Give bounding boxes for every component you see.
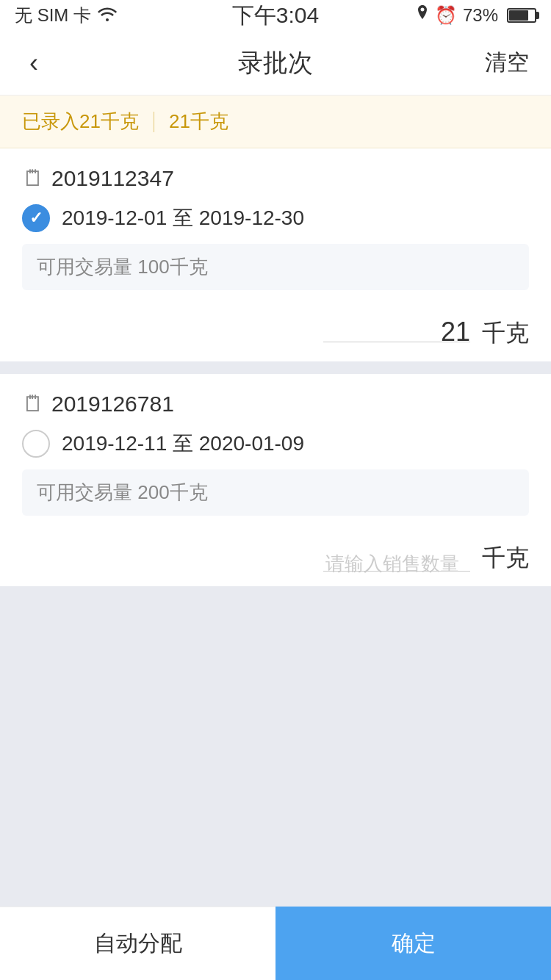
wifi-icon — [97, 5, 118, 26]
status-bar-right: ⏰ 73% — [416, 5, 536, 26]
main-content: 已录入21千克 21千克 🗒 2019112347 2019-12-01 至 2… — [0, 96, 551, 907]
batch-1-date-row: 2019-12-01 至 2019-12-30 — [0, 198, 551, 238]
batch-1-quantity-row: 21 千克 — [0, 305, 551, 362]
info-banner: 已录入21千克 21千克 — [0, 96, 551, 148]
batch-1-quantity-value: 21 — [441, 317, 470, 347]
battery-percent: 73% — [463, 5, 498, 26]
batch-2-input-container — [323, 546, 470, 572]
batch-2-radio[interactable] — [22, 430, 50, 458]
batch-2-input-row: 千克 — [0, 530, 551, 586]
batch-1-id: 2019112347 — [51, 166, 174, 191]
confirm-button[interactable]: 确定 — [276, 907, 551, 980]
recorded-label: 已录入21千克 — [22, 109, 139, 134]
status-bar: 无 SIM 卡 下午3:04 ⏰ 73% — [0, 0, 551, 31]
batch-1-header: 🗒 2019112347 — [0, 148, 551, 198]
alarm-icon: ⏰ — [435, 5, 457, 26]
batch-card-1: 🗒 2019112347 2019-12-01 至 2019-12-30 可用交… — [0, 148, 551, 362]
batch-2-id: 2019126781 — [51, 392, 174, 417]
batch-card-2: 🗒 2019126781 2019-12-11 至 2020-01-09 可用交… — [0, 374, 551, 586]
batch-2-icon: 🗒 — [22, 392, 44, 417]
nav-bar: ‹ 录批次 清空 — [0, 31, 551, 96]
batch-2-available: 可用交易量 200千克 — [22, 469, 529, 516]
sim-label: 无 SIM 卡 — [15, 4, 91, 27]
batch-2-date: 2019-12-11 至 2020-01-09 — [62, 430, 304, 458]
clear-button[interactable]: 清空 — [485, 48, 529, 78]
info-divider — [154, 112, 154, 132]
back-button[interactable]: ‹ — [22, 40, 46, 86]
batch-2-date-row: 2019-12-11 至 2020-01-09 — [0, 424, 551, 464]
status-bar-left: 无 SIM 卡 — [15, 4, 118, 27]
batch-2-header: 🗒 2019126781 — [0, 374, 551, 424]
section-divider-2 — [0, 586, 551, 598]
status-bar-time: 下午3:04 — [232, 1, 319, 31]
batch-1-unit: 千克 — [482, 317, 529, 350]
batch-1-available: 可用交易量 100千克 — [22, 244, 529, 290]
batch-1-underline — [323, 342, 470, 342]
recorded-value: 21千克 — [169, 109, 228, 134]
batch-1-radio[interactable] — [22, 204, 50, 232]
empty-area — [0, 598, 551, 907]
batch-1-input-container: 21 — [323, 317, 470, 342]
batch-2-underline — [323, 571, 470, 572]
location-icon — [416, 5, 429, 26]
auto-distribute-button[interactable]: 自动分配 — [0, 907, 276, 980]
batch-1-icon: 🗒 — [22, 166, 44, 191]
bottom-buttons: 自动分配 确定 — [0, 907, 551, 980]
batch-1-date: 2019-12-01 至 2019-12-30 — [62, 204, 304, 232]
batch-2-quantity-input[interactable] — [323, 546, 470, 577]
battery-icon — [507, 8, 536, 23]
page-title: 录批次 — [238, 46, 313, 80]
batch-2-unit: 千克 — [482, 542, 529, 574]
section-divider-1 — [0, 362, 551, 374]
